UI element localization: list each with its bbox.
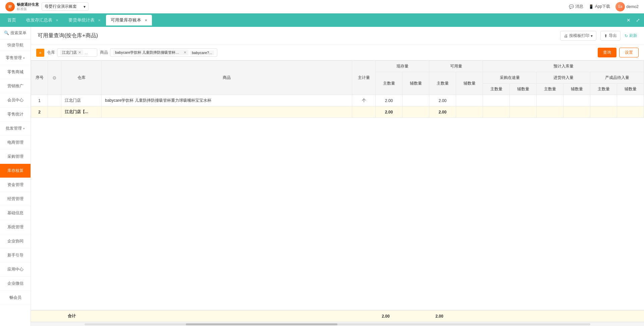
chevron-down-icon: ▾ <box>23 56 25 60</box>
col-production-group: 产成品待入量 <box>590 72 644 84</box>
warehouse-filter-field: 仓库 江北门店 ✕ ... <box>47 48 97 57</box>
page-header-actions: 🖨 按模板打印 ▾ ⬆ 导出 ↻ 刷新 <box>560 31 637 41</box>
sidebar-item-retail-mall[interactable]: 零售商城 <box>0 65 31 79</box>
tab-available-stock[interactable]: 可用量库存账本 ✕ <box>106 15 152 26</box>
table-row: 1 江北门店 babycare学饮杯 儿童防摔防撞吸管杯重力球吸嘴杯宝宝水杯 个… <box>31 95 644 106</box>
chevron-down-icon: ▾ <box>591 34 593 38</box>
col-index: 序号 <box>31 61 48 95</box>
filter-actions: 查询 设置 <box>598 48 639 57</box>
tab-requisition[interactable]: 要货单统计表 ✕ <box>64 15 105 26</box>
sidebar-item-ecommerce[interactable]: 电商管理 <box>0 136 31 150</box>
remove-warehouse-icon[interactable]: ✕ <box>78 50 81 55</box>
col-warehouse: 仓库 <box>61 61 102 95</box>
sidebar-item-new-guide[interactable]: 新手引导 <box>0 248 31 263</box>
top-bar: 好 畅捷通好生意 标准版 母婴行业演示账套 ▾ 💬 消息 📱 App下载 Ea … <box>0 0 644 13</box>
export-icon: ⬆ <box>604 34 607 38</box>
sidebar-item-finance[interactable]: 资金管理 <box>0 178 31 192</box>
sidebar-item-inventory[interactable]: 库存核算 <box>0 164 31 178</box>
product-filter-field: 商品 babycare学饮杯 儿童防摔防撞吸管杯重力球吸嘴杯宝宝水杯 ✕ bab… <box>100 48 217 57</box>
store-selector[interactable]: 母婴行业演示账套 ▾ <box>42 2 89 11</box>
remove-product-icon[interactable]: ✕ <box>183 50 186 55</box>
message-button[interactable]: 💬 消息 <box>569 4 583 9</box>
warehouse-input[interactable]: 江北门店 ✕ ... <box>57 48 97 57</box>
top-bar-left: 好 畅捷通好生意 标准版 母婴行业演示账套 ▾ <box>5 2 89 11</box>
maximize-icon[interactable]: ⤢ <box>635 16 641 24</box>
tab-inventory-summary[interactable]: 收发存汇总表 ✕ <box>21 15 63 26</box>
download-icon: 📱 <box>589 4 594 9</box>
table-row-subtotal: 2 江北门店【... 2.00 2.00 <box>31 106 644 118</box>
sidebar-item-wholesale-mgmt[interactable]: 批发管理 ▾ <box>0 122 31 136</box>
col-purchase-group: 采购在途量 <box>483 72 537 84</box>
logo-area: 好 畅捷通好生意 标准版 <box>5 2 39 11</box>
product-more-tag: babycare?... <box>190 50 214 55</box>
col-available-main: 主数量 <box>429 72 456 95</box>
col-incoming-aux: 辅数量 <box>564 84 590 95</box>
tab-close-icon[interactable]: ✕ <box>145 18 147 22</box>
table-container[interactable]: 序号 ⚙ 仓库 商品 主计量 现存量 可用量 预计入库量 主数量 辅数量 <box>31 60 644 310</box>
col-stock-aux: 辅数量 <box>402 72 429 95</box>
avatar: Ea <box>615 2 625 11</box>
col-available-group: 可用量 <box>429 61 483 72</box>
nav-tabs-right: ✕ ⤢ <box>625 16 641 24</box>
chevron-down-icon: ▾ <box>84 4 86 9</box>
sidebar-item-enterprise-collab[interactable]: 企业协同 <box>0 234 31 248</box>
col-available-aux: 辅数量 <box>456 72 483 95</box>
col-incoming-group: 进货待入量 <box>537 72 590 84</box>
page-title: 可用量查询(按仓库+商品) <box>38 32 98 39</box>
sidebar-item-operations[interactable]: 经营管理 <box>0 192 31 206</box>
filter-expand-button[interactable]: » <box>36 49 44 57</box>
more-options-icon[interactable]: ... <box>85 50 88 55</box>
sidebar-quick-nav[interactable]: 快捷导航 <box>0 40 31 51</box>
query-button[interactable]: 查询 <box>598 48 616 57</box>
page-header: 可用量查询(按仓库+商品) 🖨 按模板打印 ▾ ⬆ 导出 ↻ 刷新 <box>31 27 644 45</box>
product-input[interactable]: babycare学饮杯 儿童防摔防撞吸管杯重力球吸嘴杯宝宝水杯 ✕ babyca… <box>110 48 217 57</box>
sidebar-item-system[interactable]: 系统管理 <box>0 220 31 234</box>
scroll-thumb[interactable] <box>186 323 337 325</box>
col-incoming-main: 主数量 <box>537 84 564 95</box>
sidebar: 🔍 搜索菜单 快捷导航 零售管理 ▾ 零售商城 营销推广 会员中心 零售统计 批… <box>0 27 31 326</box>
col-purchase-main: 主数量 <box>483 84 510 95</box>
col-stock-group: 现存量 <box>376 61 429 72</box>
sidebar-item-purchase[interactable]: 采购管理 <box>0 150 31 164</box>
sidebar-item-app-center[interactable]: 应用中心 <box>0 263 31 277</box>
export-button[interactable]: ⬆ 导出 <box>600 31 621 41</box>
nav-tabs: 首页 收发存汇总表 ✕ 要货单统计表 ✕ 可用量库存账本 ✕ ✕ ⤢ <box>0 13 644 27</box>
refresh-button[interactable]: ↻ 刷新 <box>625 33 637 39</box>
refresh-icon: ↻ <box>625 34 628 38</box>
bottom-scrollbar[interactable] <box>31 322 644 326</box>
setting-button[interactable]: 设置 <box>619 48 639 57</box>
close-window-icon[interactable]: ✕ <box>625 16 632 24</box>
sidebar-item-marketing[interactable]: 营销推广 <box>0 79 31 93</box>
warehouse-tag: 江北门店 ✕ <box>60 50 83 55</box>
chevron-down-icon: ▾ <box>23 127 25 130</box>
col-production-aux: 辅数量 <box>617 84 644 95</box>
user-menu[interactable]: Ea demo2 <box>615 2 639 11</box>
data-table: 序号 ⚙ 仓库 商品 主计量 现存量 可用量 预计入库量 主数量 辅数量 <box>31 60 644 118</box>
sidebar-item-retail-mgmt[interactable]: 零售管理 ▾ <box>0 51 31 65</box>
col-settings[interactable]: ⚙ <box>48 61 61 95</box>
gear-icon[interactable]: ⚙ <box>52 75 57 81</box>
col-product: 商品 <box>102 61 352 95</box>
scroll-track[interactable] <box>85 323 590 325</box>
top-bar-right: 💬 消息 📱 App下载 Ea demo2 <box>569 2 639 11</box>
search-icon: 🔍 <box>4 31 9 35</box>
sidebar-search[interactable]: 🔍 搜索菜单 <box>0 27 31 40</box>
sidebar-item-retail-stats[interactable]: 零售统计 <box>0 107 31 122</box>
logo-icon: 好 <box>5 2 15 11</box>
sidebar-item-member-center[interactable]: 会员中心 <box>0 93 31 107</box>
sidebar-item-vip[interactable]: 畅会员 <box>0 291 31 305</box>
sidebar-item-enterprise-wechat[interactable]: 企业微信 <box>0 277 31 291</box>
col-main-unit: 主计量 <box>352 61 376 95</box>
col-purchase-aux: 辅数量 <box>510 84 537 95</box>
filter-bar: » 仓库 江北门店 ✕ ... 商品 babycare学饮杯 儿童防摔防撞吸管杯… <box>31 45 644 60</box>
product-tag: babycare学饮杯 儿童防摔防撞吸管杯重力球吸嘴杯宝宝水杯 ✕ <box>113 50 189 55</box>
col-production-main: 主数量 <box>590 84 617 95</box>
print-button[interactable]: 🖨 按模板打印 ▾ <box>560 31 596 41</box>
sidebar-item-basic-info[interactable]: 基础信息 <box>0 206 31 220</box>
print-icon: 🖨 <box>564 34 568 38</box>
table-footer: 合计 2.00 2.00 <box>31 310 644 322</box>
tab-close-icon[interactable]: ✕ <box>98 18 101 22</box>
tab-home[interactable]: 首页 <box>3 15 21 26</box>
tab-close-icon[interactable]: ✕ <box>56 18 58 22</box>
app-download-button[interactable]: 📱 App下载 <box>589 4 610 9</box>
